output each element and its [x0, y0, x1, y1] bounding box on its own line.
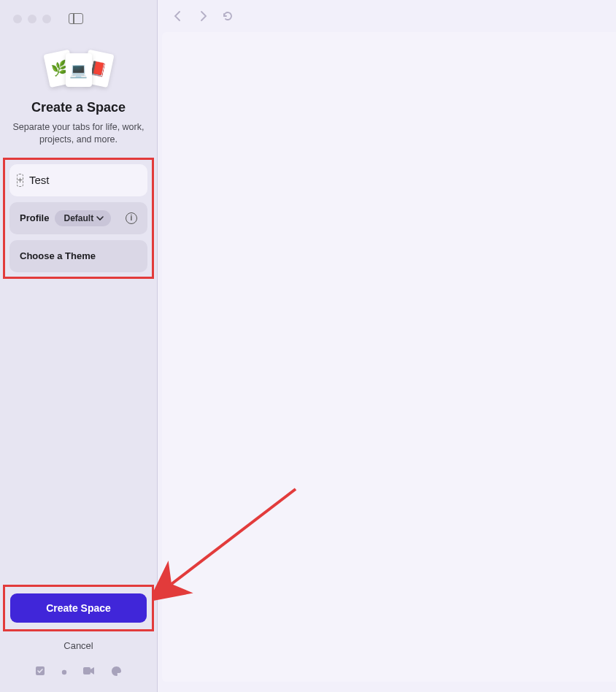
profile-row[interactable]: Profile Default i	[9, 202, 147, 234]
back-button[interactable]	[172, 10, 184, 22]
chevron-down-icon	[96, 215, 104, 222]
page-viewport	[162, 32, 616, 682]
reload-button[interactable]	[222, 10, 234, 22]
sidebar: 🌿 💻 📕 Create a Space Separate your tabs …	[0, 0, 158, 692]
profile-select[interactable]: Default	[55, 210, 111, 226]
library-icon[interactable]	[35, 666, 45, 679]
space-icon-picker[interactable]: +	[17, 174, 23, 187]
annotation-highlight-submit: Create Space	[3, 585, 154, 631]
theme-label: Choose a Theme	[20, 250, 96, 261]
info-icon[interactable]: i	[126, 212, 137, 224]
close-window-button[interactable]	[13, 15, 22, 23]
create-space-button[interactable]: Create Space	[10, 593, 147, 623]
cancel-button[interactable]: Cancel	[0, 634, 157, 656]
space-name-row[interactable]: +	[9, 164, 147, 196]
profile-value: Default	[63, 213, 93, 223]
space-name-input[interactable]	[29, 174, 168, 186]
dot-icon[interactable]	[61, 666, 67, 679]
titlebar	[0, 0, 157, 31]
page-subtitle: Separate your tabs for life, work, proje…	[12, 121, 145, 146]
svg-point-1	[62, 670, 66, 674]
palette-icon[interactable]	[111, 666, 122, 679]
space-illustration: 🌿 💻 📕	[12, 53, 145, 87]
browser-toolbar	[158, 0, 616, 32]
toggle-sidebar-icon[interactable]	[69, 13, 83, 24]
video-icon[interactable]	[83, 666, 95, 679]
window-controls	[13, 15, 51, 23]
page-title: Create a Space	[12, 100, 145, 115]
profile-label: Profile	[20, 212, 49, 223]
forward-button[interactable]	[197, 10, 209, 22]
sidebar-footer	[0, 656, 157, 692]
zoom-window-button[interactable]	[42, 15, 51, 23]
choose-theme-button[interactable]: Choose a Theme	[9, 240, 147, 272]
annotation-highlight-form: + Profile Default i Choose a Theme	[3, 158, 154, 279]
svg-rect-2	[83, 667, 91, 674]
main-content	[158, 0, 616, 692]
minimize-window-button[interactable]	[28, 15, 36, 23]
window: 🌿 💻 📕 Create a Space Separate your tabs …	[0, 0, 616, 692]
create-space-header: 🌿 💻 📕 Create a Space Separate your tabs …	[0, 31, 157, 150]
